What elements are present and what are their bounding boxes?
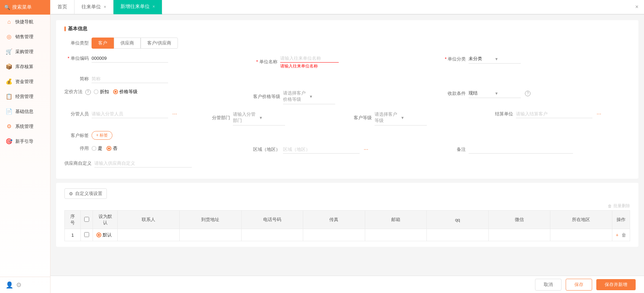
tab-home[interactable]: 首页 <box>50 0 74 14</box>
supplier-custom-input[interactable] <box>94 159 192 168</box>
th-seq: 序号 <box>65 211 81 229</box>
type-btn-both[interactable]: 客户/供应商 <box>141 38 178 49</box>
short-name-input[interactable] <box>92 75 168 83</box>
unit-name-label: 单位名称 <box>253 59 277 65</box>
sidebar-search[interactable]: 🔍 搜索菜单 <box>0 0 50 15</box>
save-new-button[interactable]: 保存并新增 <box>596 279 636 290</box>
custom-settings-button[interactable]: ⚙ 自定义项设置 <box>64 188 107 199</box>
customer-tag-label: 客户标签 <box>64 132 89 139</box>
tab-new-partner[interactable]: 新增往来单位 × <box>113 0 162 14</box>
unit-type-row: 单位类型 客户 供应商 客户/供应商 <box>64 38 630 49</box>
sidebar-item-basic[interactable]: 📄 基础信息 <box>0 104 50 119</box>
address-input[interactable] <box>183 233 238 238</box>
sidebar-item-system[interactable]: ⚙ 系统管理 <box>0 119 50 134</box>
unit-name-input[interactable] <box>280 54 339 63</box>
section-title-text: 基本信息 <box>68 26 87 32</box>
sidebar-item-purchase[interactable]: 🛒 采购管理 <box>0 44 50 59</box>
unit-category-field: 单位分类 未分类 ▾ <box>441 54 630 64</box>
delete-row-button[interactable]: 🗑 <box>621 232 626 238</box>
sidebar-item-sales[interactable]: ◎ 销售管理 <box>0 29 50 44</box>
td-email <box>365 229 427 241</box>
cancel-button[interactable]: 取消 <box>535 279 561 291</box>
supplier-custom-row: 供应商自定义 <box>64 159 630 168</box>
region-dots-button[interactable]: ··· <box>362 146 370 153</box>
tab-close-all-button[interactable]: × <box>630 4 644 10</box>
add-row-button[interactable]: + <box>616 232 619 238</box>
remark-input[interactable] <box>469 145 573 154</box>
short-name-row: 简称 <box>64 75 630 83</box>
region-input[interactable] <box>283 145 360 154</box>
supplier-custom-field: 供应商自定义 <box>64 159 630 168</box>
system-icon: ⚙ <box>6 123 13 130</box>
email-input[interactable] <box>369 233 423 238</box>
sidebar-item-quick-nav[interactable]: ⌂ 快捷导航 <box>0 15 50 29</box>
tab-new-partner-close[interactable]: × <box>152 4 155 9</box>
pricing-field: 定价方法 ? 折扣 价格等级 <box>64 89 253 95</box>
customer-price-level-select[interactable]: 请选择客户价格等级 ▾ <box>283 89 335 104</box>
th-address: 到货地址 <box>179 211 241 229</box>
row-default-radio[interactable]: 默认 <box>96 232 114 238</box>
sidebar-bottom: 👤 ⚙ <box>0 277 50 293</box>
customer-tag-row: 客户标签 + 标签 <box>64 131 630 140</box>
th-contact: 联系人 <box>118 211 180 229</box>
type-btn-customer[interactable]: 客户 <box>92 38 114 49</box>
customer-level-select[interactable]: 请选择客户等级 ▾ <box>375 110 427 125</box>
unit-type-buttons: 客户 供应商 客户/供应商 <box>92 38 178 49</box>
gear-icon: ⚙ <box>69 191 73 196</box>
payment-condition-tooltip-icon[interactable]: ? <box>525 91 531 96</box>
unit-category-select[interactable]: 未分类 ▾ <box>469 54 521 64</box>
row-region-input[interactable] <box>554 233 608 238</box>
inventory-icon: 📦 <box>6 63 13 70</box>
wechat-input[interactable] <box>492 233 547 238</box>
row-checkbox[interactable] <box>84 232 89 237</box>
sales-icon: ◎ <box>6 33 13 40</box>
qq-input[interactable] <box>430 233 485 238</box>
section-title-bar <box>64 26 66 31</box>
remark-label: 备注 <box>441 146 466 153</box>
save-button[interactable]: 保存 <box>566 279 592 291</box>
sidebar-item-guide[interactable]: 🎯 新手引导 <box>0 134 50 149</box>
custom-settings-label: 自定义项设置 <box>75 190 102 197</box>
fax-input[interactable] <box>307 233 361 238</box>
sidebar-item-label: 库存核算 <box>15 64 33 70</box>
customer-level-placeholder: 请选择客户等级 <box>375 111 400 124</box>
department-select[interactable]: 请输入分管部门 ▾ <box>233 110 285 125</box>
contact-input[interactable] <box>121 233 176 238</box>
customer-price-level-arrow: ▾ <box>310 94 335 99</box>
pricing-radio-discount[interactable]: 折扣 <box>94 89 109 95</box>
pricing-radio-price-level-circle <box>113 89 118 94</box>
tab-partners-close[interactable]: × <box>104 5 106 9</box>
supplier-custom-label: 供应商自定义 <box>64 160 92 166</box>
tab-partners[interactable]: 往来单位 × <box>74 0 113 14</box>
pricing-radio-price-level[interactable]: 价格等级 <box>113 89 138 95</box>
manager-label: 分管人员 <box>64 111 89 117</box>
manager-input[interactable] <box>92 110 168 118</box>
sidebar-item-inventory[interactable]: 📦 库存核算 <box>0 59 50 74</box>
department-arrow: ▾ <box>260 115 285 120</box>
td-checkbox <box>81 229 93 241</box>
pricing-tooltip-icon[interactable]: ? <box>85 89 91 95</box>
batch-delete-label: 批量删除 <box>613 203 630 209</box>
sidebar-item-operations[interactable]: 📋 经营管理 <box>0 89 50 104</box>
add-tag-label: + 标签 <box>96 132 108 138</box>
batch-delete-icon: 🗑 <box>608 204 612 209</box>
sidebar-item-finance[interactable]: 💰 资金管理 <box>0 74 50 89</box>
pricing-radio-price-level-label: 价格等级 <box>119 89 138 95</box>
type-btn-supplier[interactable]: 供应商 <box>114 38 141 49</box>
settlement-unit-dots-button[interactable]: ··· <box>595 111 603 117</box>
add-tag-button[interactable]: + 标签 <box>92 131 112 140</box>
manager-dots-button[interactable]: ··· <box>171 111 178 117</box>
settlement-unit-input[interactable] <box>516 110 592 118</box>
select-all-checkbox[interactable] <box>84 217 89 222</box>
disabled-radio-no[interactable]: 否 <box>107 145 117 152</box>
payment-condition-select[interactable]: 现结 ▾ <box>469 89 521 98</box>
unit-category-label: 单位分类 <box>441 56 466 62</box>
disabled-radio-no-label: 否 <box>113 145 117 152</box>
contact-table: 序号 设为默认 联系人 到货地址 电话号码 传真 邮箱 qq 微信 所在地区 操… <box>64 210 630 241</box>
operations-icon: 📋 <box>6 93 13 100</box>
disabled-radio-yes[interactable]: 是 <box>92 145 102 152</box>
unit-code-input[interactable] <box>92 54 168 63</box>
customer-price-level-field: 客户价格等级 请选择客户价格等级 ▾ <box>253 89 442 104</box>
phone-input[interactable] <box>245 233 300 238</box>
th-checkbox <box>81 211 93 229</box>
